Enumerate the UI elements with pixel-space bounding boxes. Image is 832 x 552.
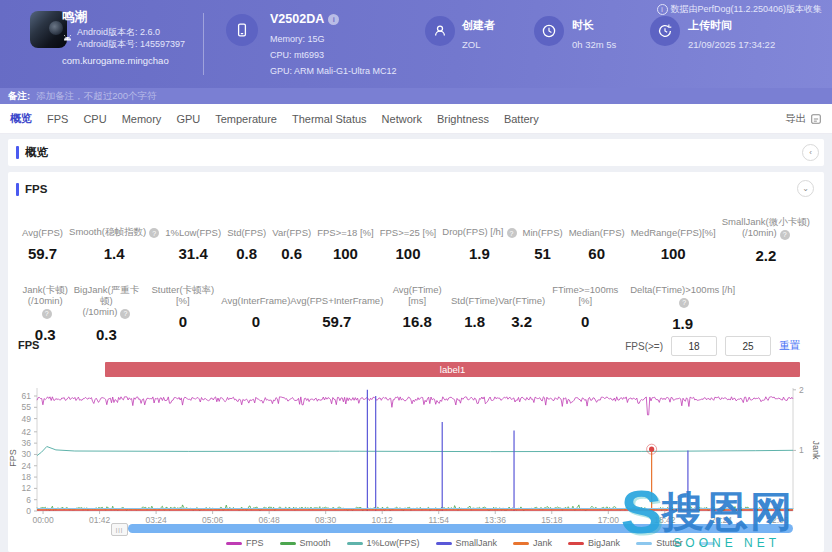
help-icon[interactable]: ?: [679, 298, 689, 308]
stat-value: 51: [523, 245, 563, 262]
legend-label: 1%Low(FPS): [367, 538, 420, 548]
phone-icon: [234, 22, 250, 38]
fps-stat: Var(FPS) 0.6: [272, 216, 311, 264]
device-model: V2502DA i: [270, 12, 339, 26]
fps-stats-row-2: Jank(卡顿)(/10min)? 0.3 BigJank(严重卡顿)(/10m…: [8, 284, 754, 343]
fps-stat: SmallJank(微小卡顿)(/10min)? 2.2: [722, 216, 810, 264]
legend-label: BigJank: [588, 538, 620, 548]
android-version-block: Android版本名: 2.6.0 Android版本号: 145597397: [62, 27, 185, 50]
header-divider: [203, 13, 204, 75]
legend-item[interactable]: BigJank: [568, 538, 620, 548]
svg-text:11:54: 11:54: [428, 515, 449, 524]
android-icon: [62, 33, 73, 45]
fps-stat: FTime>=100ms [%] 0: [545, 284, 625, 343]
stat-value: 0.6: [272, 245, 311, 262]
scrollbar-handle[interactable]: |||: [111, 523, 128, 536]
creator-icon-circle: [425, 16, 455, 46]
duration-label: 时长: [572, 18, 594, 33]
stat-value: 16.8: [383, 313, 451, 330]
help-icon[interactable]: ?: [149, 228, 159, 238]
svg-text:12: 12: [22, 483, 32, 493]
svg-text:1: 1: [799, 445, 804, 455]
legend-item[interactable]: SmallJank: [436, 538, 498, 548]
stat-value: 0.8: [227, 245, 266, 262]
chart-label1-band[interactable]: label1: [105, 362, 800, 377]
stat-value: 100: [380, 245, 437, 262]
stat-value: 0: [144, 313, 221, 330]
svg-text:10:12: 10:12: [372, 515, 394, 524]
fps-stat: BigJank(严重卡顿)(/10min)? 0.3: [68, 284, 144, 343]
help-icon[interactable]: ?: [780, 230, 790, 240]
svg-text:2: 2: [799, 385, 804, 395]
person-icon: [432, 23, 448, 39]
tab-thermal-status[interactable]: Thermal Status: [292, 113, 367, 125]
legend-color-dash: [347, 542, 363, 545]
fps-stat: Avg(FPS) 59.7: [22, 216, 63, 264]
tab-battery[interactable]: Battery: [504, 113, 539, 125]
legend-item[interactable]: 1%Low(FPS): [347, 538, 420, 548]
tab-network[interactable]: Network: [382, 113, 422, 125]
tab-memory[interactable]: Memory: [122, 113, 162, 125]
svg-text:06:48: 06:48: [259, 515, 281, 524]
reset-link[interactable]: 重置: [779, 339, 800, 353]
tab-brightness[interactable]: Brightness: [437, 113, 489, 125]
stat-label: FPS>=18 [%]: [317, 216, 374, 238]
stat-value: 1.8: [451, 313, 498, 330]
legend-item[interactable]: FPS: [226, 538, 264, 548]
watermark-logo: S: [621, 484, 662, 540]
fps-panel-header: FPS ⌄: [8, 172, 824, 202]
stat-value: 1.9: [442, 245, 516, 262]
section-accent: [16, 146, 19, 159]
device-icon-circle: [226, 14, 258, 46]
stat-label: Delta(FTime)>100ms [/h]?: [625, 284, 740, 308]
stat-value: 59.7: [22, 245, 63, 262]
device-info-icon[interactable]: i: [328, 14, 339, 25]
fps-stat: Avg(FPS+InterFrame) 59.7: [290, 284, 383, 343]
svg-text:49: 49: [22, 414, 32, 424]
legend-color-dash: [436, 542, 452, 545]
tab-fps[interactable]: FPS: [47, 113, 68, 125]
tab-概览[interactable]: 概览: [10, 111, 32, 126]
legend-item[interactable]: Smooth: [280, 538, 331, 548]
chart-axis-name: FPS: [18, 339, 39, 351]
history-clock-icon: [657, 23, 673, 39]
stat-label: Avg(FPS): [22, 216, 63, 238]
upload-value: 21/09/2025 17:34:22: [688, 39, 775, 50]
stat-label: Smooth(稳帧指数)?: [69, 216, 159, 238]
tab-gpu[interactable]: GPU: [176, 113, 200, 125]
svg-text:03:24: 03:24: [145, 515, 167, 524]
help-icon[interactable]: ?: [120, 309, 130, 319]
export-button[interactable]: 导出: [785, 112, 822, 126]
android-version-code: Android版本号: 145597397: [77, 39, 185, 51]
legend-color-dash: [280, 542, 296, 545]
fps-stat: Stutter(卡顿率) [%] 0: [144, 284, 221, 343]
stat-value: 31.4: [165, 245, 221, 262]
device-model-text: V2502DA: [270, 12, 324, 26]
fps-stat: Std(FPS) 0.8: [227, 216, 266, 264]
legend-item[interactable]: Jank: [513, 538, 552, 548]
help-icon[interactable]: ?: [507, 228, 517, 238]
tab-temperature[interactable]: Temperature: [215, 113, 277, 125]
export-icon: [810, 113, 822, 125]
stat-label: Min(FPS): [523, 216, 563, 238]
tab-cpu[interactable]: CPU: [83, 113, 106, 125]
legend-color-dash: [568, 542, 584, 545]
remark-bar[interactable]: 备注: 添加备注，不超过200个字符: [0, 88, 832, 104]
stat-value: 100: [317, 245, 374, 262]
legend-label: Smooth: [300, 538, 331, 548]
legend-label: SmallJank: [456, 538, 498, 548]
panel-collapse-button[interactable]: ⌄: [797, 180, 814, 197]
legend-color-dash: [226, 542, 242, 545]
help-icon[interactable]: ?: [42, 309, 52, 319]
threshold-input-2[interactable]: [725, 336, 771, 356]
collect-note-text: 数据由PerfDog(11.2.250406)版本收集: [671, 3, 822, 16]
legend-label: FPS: [246, 538, 264, 548]
fps-stat: Var(FTime) 3.2: [498, 284, 545, 343]
stat-value: 2.2: [722, 247, 810, 264]
remark-placeholder: 添加备注，不超过200个字符: [36, 90, 156, 103]
stat-value: 1.9: [625, 315, 740, 332]
threshold-input-1[interactable]: [671, 336, 717, 356]
svg-text:17:00: 17:00: [598, 515, 620, 524]
stat-label: Std(FPS): [227, 216, 266, 238]
collapse-left-button[interactable]: ‹: [802, 144, 819, 161]
